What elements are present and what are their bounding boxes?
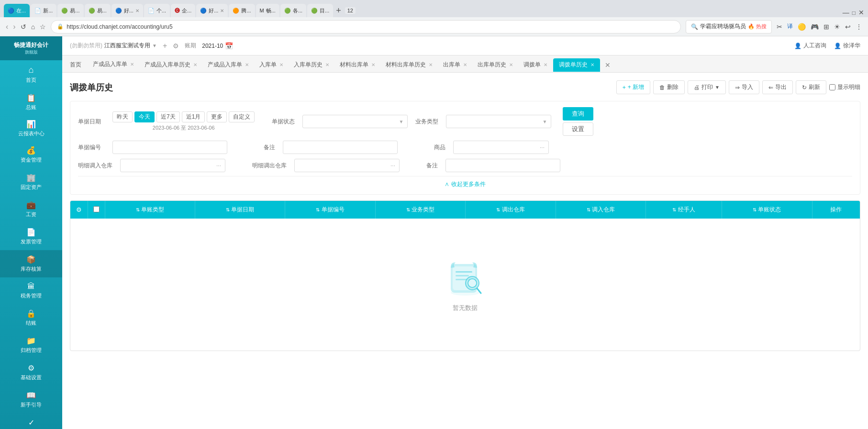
- col-doc-number[interactable]: ⇅ 单据编号: [285, 201, 375, 219]
- address-bar[interactable]: 🔒 https://cloud.chanjet.com/accounting/u…: [51, 20, 681, 33]
- col-gear[interactable]: ⚙: [70, 201, 88, 219]
- tab-close-5[interactable]: ✕: [135, 8, 139, 13]
- add-btn[interactable]: + + 新增: [616, 80, 650, 94]
- date-1month-btn[interactable]: 近1月: [182, 111, 205, 122]
- tab-close-warehouse-in[interactable]: ✕: [279, 62, 283, 67]
- close-all-tabs-btn[interactable]: ✕: [603, 61, 612, 69]
- tab-out-history[interactable]: 出库单历史 ✕: [473, 58, 518, 72]
- back-btn[interactable]: ‹: [6, 22, 8, 31]
- tab-close-product-in2[interactable]: ✕: [245, 62, 249, 67]
- forward-btn[interactable]: ›: [13, 22, 15, 31]
- tab-close-product-in-history[interactable]: ✕: [193, 62, 197, 67]
- tab-close-transfer-history[interactable]: ✕: [590, 62, 594, 67]
- sidebar-item-invoice[interactable]: 📄 发票管理: [0, 223, 62, 250]
- date-7days-btn[interactable]: 近7天: [156, 111, 180, 122]
- tab-close-transfer[interactable]: ✕: [544, 62, 547, 67]
- col-in-warehouse[interactable]: ⇅ 调入仓库: [556, 201, 645, 219]
- browser-tab-3[interactable]: 🟢 易...: [57, 4, 83, 17]
- date-custom-btn[interactable]: 自定义: [229, 111, 255, 122]
- browser-tab-1[interactable]: 🔵 在...: [4, 4, 30, 17]
- settings-gear-icon[interactable]: ⚙: [173, 42, 179, 50]
- collapse-btn[interactable]: ∧ 收起更多条件: [445, 180, 485, 188]
- company-selector[interactable]: (勿删勿禁用) 江西服宝测试专用 ▼: [70, 42, 157, 50]
- period-selector[interactable]: 2021-10 📅: [202, 42, 233, 50]
- col-out-warehouse[interactable]: ⇅ 调出仓库: [466, 201, 556, 219]
- tab-transfer-history[interactable]: 调拨单历史 ✕: [553, 58, 600, 72]
- reload-btn[interactable]: ↺: [21, 23, 26, 31]
- doc-number-input[interactable]: [112, 141, 227, 154]
- tab-warehouse-in-history[interactable]: 入库单历史 ✕: [289, 58, 334, 72]
- tab-product-in[interactable]: 产成品入库单 ✕: [88, 58, 139, 72]
- date-yesterday-btn[interactable]: 昨天: [112, 111, 133, 122]
- grid-icon[interactable]: ⊞: [823, 23, 829, 31]
- close-window-btn[interactable]: ✕: [858, 9, 864, 16]
- browser-tab-11[interactable]: 🟢 各...: [280, 4, 306, 17]
- col-doc-date[interactable]: ⇅ 单据日期: [195, 201, 285, 219]
- extension-1-icon[interactable]: 🟡: [798, 23, 806, 31]
- browser-tab-8[interactable]: 🔵 好... ✕: [196, 4, 228, 17]
- note-input[interactable]: [283, 141, 398, 154]
- col-doc-type[interactable]: ⇅ 单账类型: [105, 201, 195, 219]
- browser-tab-2[interactable]: 📄 新...: [31, 4, 56, 17]
- undo-icon[interactable]: ↩: [845, 23, 851, 31]
- tab-close-product-in[interactable]: ✕: [130, 62, 134, 67]
- sidebar-item-fixed-assets[interactable]: 🏢 固定资产: [0, 168, 62, 196]
- col-doc-status[interactable]: ⇅ 单账状态: [722, 201, 812, 219]
- import-btn[interactable]: ⇒ 导入: [729, 80, 759, 94]
- sidebar-item-inventory[interactable]: 📦 库存核算: [0, 250, 62, 277]
- browser-tab-9[interactable]: 🟠 腾...: [229, 4, 255, 17]
- tab-product-in2[interactable]: 产成品入库单 ✕: [203, 58, 254, 72]
- new-tab-btn[interactable]: +: [336, 4, 341, 17]
- query-btn[interactable]: 查询: [563, 107, 593, 121]
- detail-in-select[interactable]: ···: [120, 159, 225, 172]
- menu-icon[interactable]: ⋮: [856, 23, 862, 31]
- detail-out-select[interactable]: ···: [294, 159, 400, 172]
- tab-material-out-history[interactable]: 材料出库单历史 ✕: [381, 58, 437, 72]
- browser-tab-5[interactable]: 🔵 好... ✕: [111, 4, 143, 17]
- add-company-btn[interactable]: +: [163, 42, 167, 50]
- tab-transfer[interactable]: 调拨单 ✕: [519, 58, 552, 72]
- sidebar-item-settings[interactable]: ⚙ 基础设置: [0, 359, 62, 386]
- tab-close-8[interactable]: ✕: [220, 8, 224, 13]
- browser-tab-7[interactable]: 🅒 企...: [171, 4, 195, 17]
- sidebar-item-assets-mgmt[interactable]: 💰 资金管理: [0, 141, 62, 168]
- sidebar-item-home[interactable]: ⌂ 首页: [0, 60, 62, 88]
- tools-icon[interactable]: ✂: [777, 23, 782, 31]
- delete-btn[interactable]: 🗑 删除: [653, 80, 685, 94]
- support-btn[interactable]: 👤 人工咨询: [794, 42, 826, 50]
- col-biz-type[interactable]: ⇅ 业务类型: [375, 201, 465, 219]
- select-all-checkbox[interactable]: [93, 206, 100, 212]
- home-btn[interactable]: ⌂: [31, 23, 35, 31]
- tab-close-warehouse-in-history[interactable]: ✕: [325, 62, 329, 67]
- tab-close-out-history[interactable]: ✕: [509, 62, 513, 67]
- extension-2-icon[interactable]: 🎮: [811, 23, 819, 31]
- setting-btn[interactable]: 设置: [563, 122, 593, 136]
- user-menu[interactable]: 👤 徐泽华: [834, 42, 860, 50]
- status-select[interactable]: ▼: [302, 115, 408, 128]
- biz-type-select[interactable]: ▼: [446, 115, 551, 128]
- col-checkbox[interactable]: [88, 201, 105, 219]
- star-btn[interactable]: ☆: [40, 23, 46, 31]
- browser-tab-10[interactable]: M 畅...: [256, 4, 279, 17]
- maximize-btn[interactable]: □: [852, 10, 856, 16]
- browser-tab-12[interactable]: 🟢 目...: [307, 4, 333, 17]
- sidebar-item-close[interactable]: 🔒 结账: [0, 304, 62, 331]
- show-columns-toggle[interactable]: 显示明细: [829, 83, 860, 91]
- tab-warehouse-in[interactable]: 入库单 ✕: [255, 58, 288, 72]
- minimize-btn[interactable]: —: [843, 9, 849, 16]
- tab-out[interactable]: 出库单 ✕: [438, 58, 472, 72]
- browser-tab-6[interactable]: 📄 个...: [144, 4, 170, 17]
- translate-icon[interactable]: 译: [787, 22, 793, 31]
- date-today-btn[interactable]: 今天: [134, 111, 155, 122]
- tab-material-out[interactable]: 材料出库单 ✕: [335, 58, 380, 72]
- print-btn[interactable]: 🖨 打印 ▼: [688, 80, 726, 94]
- sidebar-item-archive[interactable]: 📁 归档管理: [0, 331, 62, 359]
- sidebar-item-payroll[interactable]: 💼 工资: [0, 196, 62, 223]
- tab-product-in-history[interactable]: 产成品入库单历史 ✕: [140, 58, 202, 72]
- sidebar-item-reports[interactable]: 📊 云报表中心: [0, 116, 62, 141]
- theme-icon[interactable]: ☀: [834, 23, 840, 31]
- sidebar-item-member[interactable]: ✓ 畅会员: [0, 413, 62, 429]
- sidebar-item-tax[interactable]: 🏛 税务管理: [0, 277, 62, 304]
- sidebar-item-guide[interactable]: 📖 新手引导: [0, 386, 62, 413]
- show-columns-checkbox[interactable]: [829, 84, 835, 90]
